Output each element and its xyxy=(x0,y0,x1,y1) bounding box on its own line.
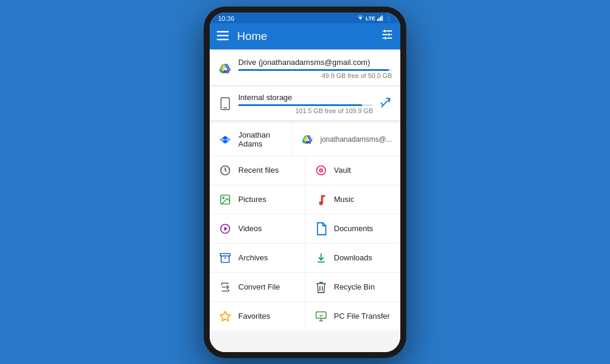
internal-storage-text: 101.5 GB free of 109.9 GB xyxy=(238,107,373,114)
archives-label: Archives xyxy=(238,253,268,262)
grid-cell-recent-files[interactable]: Recent files xyxy=(210,156,306,185)
status-time: 10:36 xyxy=(218,15,235,22)
drive-card[interactable]: Drive (jonathanadamsms@gmail.com) 49.9 G… xyxy=(210,52,400,86)
videos-label: Videos xyxy=(238,224,262,233)
documents-label: Documents xyxy=(334,224,374,233)
grid-cell-vault[interactable]: Vault xyxy=(306,156,401,185)
grid-cell-drive-account[interactable]: jonathanadamsms@... xyxy=(292,123,400,155)
clock-icon xyxy=(218,163,232,178)
grid-row-1: Recent files Vault xyxy=(210,156,400,185)
grid-cell-downloads[interactable]: Downloads xyxy=(306,244,401,272)
favorites-label: Favorites xyxy=(238,312,270,321)
grid-row-3: Videos Documents xyxy=(210,214,400,244)
recycle-bin-label: Recycle Bin xyxy=(334,282,375,291)
app-bar: Home xyxy=(210,23,400,49)
grid-cell-archives[interactable]: Archives xyxy=(210,244,306,272)
grid-cell-videos[interactable]: Videos xyxy=(210,214,306,243)
internal-storage-bar xyxy=(238,104,373,106)
downloads-icon xyxy=(314,251,328,265)
svg-rect-0 xyxy=(377,19,378,21)
drive-account-label: jonathanadamsms@... xyxy=(320,135,392,144)
vault-label: Vault xyxy=(334,166,351,175)
drive-storage-bar xyxy=(238,69,392,71)
grid-cell-favorites[interactable]: Favorites xyxy=(210,302,306,331)
svg-marker-20 xyxy=(224,226,228,231)
internal-storage-name: Internal storage xyxy=(238,93,373,102)
svg-rect-21 xyxy=(220,253,231,256)
status-bar: 10:36 LTE xyxy=(210,13,400,23)
pictures-label: Pictures xyxy=(238,195,266,204)
convert-file-icon xyxy=(218,280,232,294)
recycle-bin-icon xyxy=(314,280,328,294)
grid-cell-music[interactable]: Music xyxy=(306,185,401,214)
lte-icon: LTE xyxy=(366,15,375,21)
page-title: Home xyxy=(237,30,373,43)
svg-point-18 xyxy=(223,197,225,198)
person-icon: 👤 xyxy=(385,15,392,21)
svg-rect-26 xyxy=(316,312,326,318)
recent-files-label: Recent files xyxy=(238,166,279,175)
signal-icon xyxy=(377,15,383,22)
drive-icon xyxy=(218,61,232,76)
phone-screen: 10:36 LTE xyxy=(210,13,400,352)
dropbox-icon xyxy=(218,132,232,147)
pc-file-transfer-icon xyxy=(314,309,328,323)
drive-account-name: Drive (jonathanadamsms@gmail.com) xyxy=(238,58,392,67)
svg-point-12 xyxy=(384,37,387,40)
clean-icon[interactable] xyxy=(379,96,392,111)
filter-icon[interactable] xyxy=(381,29,393,43)
phone-storage-icon xyxy=(218,97,232,111)
vault-icon xyxy=(314,163,328,178)
videos-icon xyxy=(218,222,232,236)
svg-rect-1 xyxy=(379,18,380,21)
content-area: Drive (jonathanadamsms@gmail.com) 49.9 G… xyxy=(210,49,400,352)
documents-icon xyxy=(314,222,328,236)
grid-cell-convert-file[interactable]: Convert File xyxy=(210,273,306,301)
convert-file-label: Convert File xyxy=(238,282,280,291)
internal-bar-fill xyxy=(238,104,362,106)
pictures-icon xyxy=(218,192,232,207)
svg-rect-3 xyxy=(382,15,383,21)
svg-rect-6 xyxy=(217,39,229,41)
grid-row-0: Jonathan Adams xyxy=(210,123,400,156)
internal-card-info: Internal storage 101.5 GB free of 109.9 … xyxy=(238,93,373,114)
downloads-label: Downloads xyxy=(334,253,372,262)
grid-cell-documents[interactable]: Documents xyxy=(306,214,401,243)
internal-storage-card[interactable]: Internal storage 101.5 GB free of 109.9 … xyxy=(210,87,400,121)
grid-row-5: Convert File Recycle Bin xyxy=(210,273,400,302)
wifi-icon xyxy=(357,15,364,22)
svg-marker-25 xyxy=(220,311,231,321)
svg-rect-4 xyxy=(217,31,229,33)
grid-cell-recycle-bin[interactable]: Recycle Bin xyxy=(306,273,401,301)
drive-card-info: Drive (jonathanadamsms@gmail.com) 49.9 G… xyxy=(238,58,392,79)
svg-rect-2 xyxy=(380,17,381,21)
grid-row-4: Archives Downloads xyxy=(210,244,400,273)
svg-point-11 xyxy=(388,33,391,36)
svg-point-10 xyxy=(384,30,387,33)
drive-storage-text: 49.9 GB free of 50.0 GB xyxy=(238,72,392,79)
phone-shell: 10:36 LTE xyxy=(204,7,406,358)
music-label: Music xyxy=(334,195,354,204)
drive-bar-fill xyxy=(238,69,389,71)
archives-icon xyxy=(218,251,232,265)
svg-rect-5 xyxy=(217,35,229,36)
grid-section: Jonathan Adams xyxy=(210,123,400,331)
grid-cell-jonathan-adams[interactable]: Jonathan Adams xyxy=(210,123,292,155)
favorites-icon xyxy=(218,309,232,323)
jonathan-adams-label: Jonathan Adams xyxy=(238,130,283,148)
grid-row-6: Favorites PC File Transfer xyxy=(210,302,400,331)
pc-file-transfer-label: PC File Transfer xyxy=(334,312,390,321)
grid-cell-pictures[interactable]: Pictures xyxy=(210,185,306,214)
grid-cell-pc-transfer[interactable]: PC File Transfer xyxy=(306,302,401,331)
grid-row-2: Pictures Music xyxy=(210,185,400,214)
hamburger-menu-icon[interactable] xyxy=(217,30,229,42)
status-icons: LTE 👤 xyxy=(357,15,392,22)
google-drive-account-icon xyxy=(300,132,315,147)
music-icon xyxy=(314,192,328,207)
